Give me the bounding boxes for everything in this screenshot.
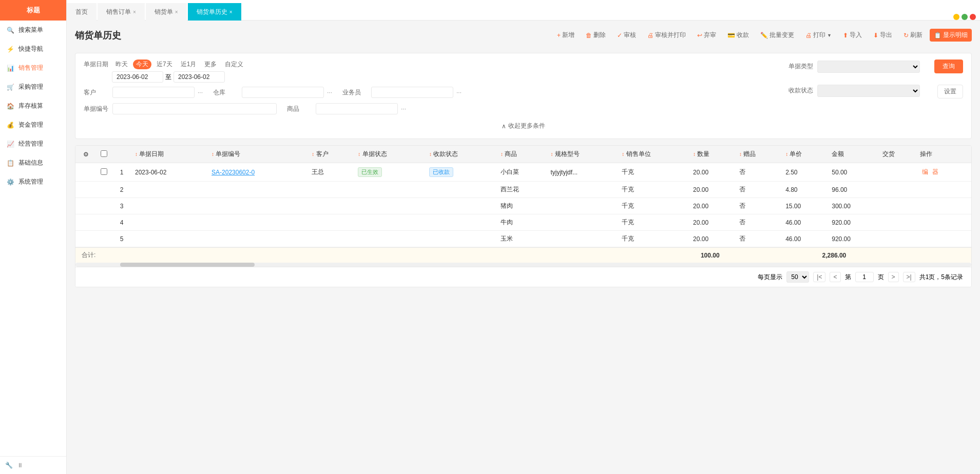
- th-gift[interactable]: ↕ 赠品: [736, 146, 782, 163]
- prev-page-btn[interactable]: <: [830, 272, 840, 282]
- th-date[interactable]: ↕ 单据日期: [132, 146, 208, 163]
- row-number[interactable]: [208, 231, 309, 247]
- warehouse-input[interactable]: [242, 87, 324, 98]
- first-page-btn[interactable]: |<: [813, 272, 825, 282]
- select-all-checkbox[interactable]: [101, 150, 107, 157]
- row-number[interactable]: SA-20230602-0: [208, 163, 309, 182]
- row-qty: 20.00: [690, 182, 736, 198]
- row-number[interactable]: [208, 214, 309, 231]
- row-gift: 否: [736, 231, 782, 247]
- date-tag-more[interactable]: 更多: [201, 60, 220, 69]
- query-button[interactable]: 查询: [934, 60, 963, 73]
- row-number[interactable]: [208, 182, 309, 198]
- tab-sales-order[interactable]: 销售订单 ×: [98, 3, 145, 21]
- sidebar-item-inventory-label: 库存核算: [18, 102, 43, 110]
- row-doc-status: [355, 214, 426, 231]
- tab-sales-delivery[interactable]: 销货单 ×: [146, 3, 187, 21]
- edit-action-button[interactable]: 编: [920, 167, 930, 177]
- tab-sales-order-close[interactable]: ×: [133, 9, 136, 15]
- sidebar-item-inventory[interactable]: 🏠 库存核算: [0, 96, 66, 115]
- sidebar-item-basic-info[interactable]: 📋 基础信息: [0, 153, 66, 172]
- setting-button[interactable]: 设置: [937, 85, 963, 98]
- page-unit-label: 页: [878, 273, 884, 282]
- print-button[interactable]: 🖨打印▼: [801, 29, 836, 42]
- row-amount: 96.00: [829, 182, 879, 198]
- sidebar-bottom-icon2[interactable]: ⏸: [17, 462, 23, 469]
- row-action: [917, 182, 971, 198]
- more-action-button[interactable]: 器: [930, 167, 940, 177]
- paystatus-select[interactable]: [817, 85, 920, 97]
- th-docstatus[interactable]: ↕ 单据状态: [355, 146, 426, 163]
- horizontal-scrollbar[interactable]: [75, 263, 971, 267]
- th-number[interactable]: ↕ 单据编号: [208, 146, 309, 163]
- sidebar-item-finance[interactable]: 💰 资金管理: [0, 115, 66, 134]
- salesperson-dots[interactable]: ···: [456, 89, 462, 96]
- next-page-btn[interactable]: >: [888, 272, 899, 282]
- th-setting[interactable]: ⚙: [75, 146, 96, 163]
- th-price[interactable]: ↕ 单价: [782, 146, 829, 163]
- product-dots[interactable]: ···: [401, 105, 406, 112]
- batch-change-button[interactable]: ✏️批量变更: [756, 29, 798, 42]
- docnum-input[interactable]: [112, 103, 277, 114]
- th-spec[interactable]: ↕ 规格型号: [547, 146, 619, 163]
- abandon-icon: ↩: [697, 32, 702, 39]
- tab-sales-delivery-close[interactable]: ×: [175, 9, 178, 15]
- customer-dots[interactable]: ···: [198, 89, 203, 96]
- customer-label: 客户: [84, 88, 109, 97]
- th-action: 操作: [917, 146, 971, 163]
- refresh-button[interactable]: ↻刷新: [899, 29, 927, 42]
- sidebar-item-search-menu[interactable]: 🔍 搜索菜单: [0, 21, 66, 40]
- sidebar-item-purchase-label: 采购管理: [18, 83, 43, 91]
- row-gear[interactable]: [75, 163, 96, 182]
- maximize-btn[interactable]: [962, 14, 968, 20]
- row-date: [132, 182, 208, 198]
- th-unit[interactable]: ↕ 销售单位: [619, 146, 690, 163]
- sidebar-item-operation[interactable]: 📈 经营管理: [0, 134, 66, 153]
- salesperson-input[interactable]: [371, 87, 453, 98]
- th-product[interactable]: ↕ 商品: [497, 146, 548, 163]
- row-number[interactable]: [208, 198, 309, 214]
- tab-sales-history[interactable]: 销货单历史 ×: [188, 3, 241, 21]
- minimize-btn[interactable]: [953, 14, 959, 20]
- filter-row-paystatus: 收款状态 设置: [789, 83, 963, 98]
- page-size-select[interactable]: 50: [786, 271, 809, 283]
- show-detail-button[interactable]: 📋显示明细: [930, 29, 972, 42]
- th-checkbox[interactable]: [96, 146, 111, 163]
- sidebar-item-system[interactable]: ⚙️ 系统管理: [0, 172, 66, 191]
- sidebar-bottom-icon1[interactable]: 🔧: [5, 462, 13, 469]
- audit-print-button[interactable]: 🖨审核并打印: [643, 29, 690, 42]
- tab-sales-history-close[interactable]: ×: [229, 9, 233, 15]
- date-tag-7days[interactable]: 近7天: [153, 60, 176, 69]
- customer-input[interactable]: [112, 87, 195, 98]
- add-button[interactable]: +新增: [553, 29, 579, 42]
- product-input[interactable]: [316, 103, 398, 114]
- date-start-input[interactable]: [112, 71, 163, 83]
- page-number-input[interactable]: [855, 272, 874, 282]
- export-button[interactable]: ⬇导出: [869, 29, 896, 42]
- row-checkbox[interactable]: [101, 168, 107, 175]
- last-page-btn[interactable]: >|: [903, 272, 915, 282]
- delete-button[interactable]: 🗑删除: [582, 29, 610, 42]
- close-btn[interactable]: [970, 14, 976, 20]
- date-tag-custom[interactable]: 自定义: [222, 60, 246, 69]
- th-paystatus[interactable]: ↕ 收款状态: [426, 146, 497, 163]
- scroll-thumb[interactable]: [120, 263, 255, 267]
- warehouse-dots[interactable]: ···: [327, 89, 332, 96]
- abandon-button[interactable]: ↩弃审: [693, 29, 720, 42]
- row-amount: 920.00: [829, 231, 879, 247]
- import-button[interactable]: ⬆导入: [839, 29, 866, 42]
- collect-button[interactable]: 💳收款: [723, 29, 753, 42]
- date-end-input[interactable]: [174, 71, 225, 83]
- tab-home[interactable]: 首页: [67, 3, 97, 21]
- date-tag-1month[interactable]: 近1月: [178, 60, 200, 69]
- filter-collapse-button[interactable]: ∧ 收起更多条件: [84, 120, 963, 132]
- date-tag-yesterday[interactable]: 昨天: [112, 60, 131, 69]
- th-qty[interactable]: ↕ 数量: [690, 146, 736, 163]
- date-tag-today[interactable]: 今天: [133, 60, 151, 69]
- sidebar-item-quick-nav[interactable]: ⚡ 快捷导航: [0, 40, 66, 58]
- doctype-select[interactable]: [817, 61, 920, 73]
- sidebar-item-purchase-mgmt[interactable]: 🛒 采购管理: [0, 77, 66, 96]
- th-customer[interactable]: ↕ 客户: [309, 146, 355, 163]
- audit-button[interactable]: ✓审核: [613, 29, 640, 42]
- sidebar-item-sales-mgmt[interactable]: 📊 销售管理: [0, 58, 66, 77]
